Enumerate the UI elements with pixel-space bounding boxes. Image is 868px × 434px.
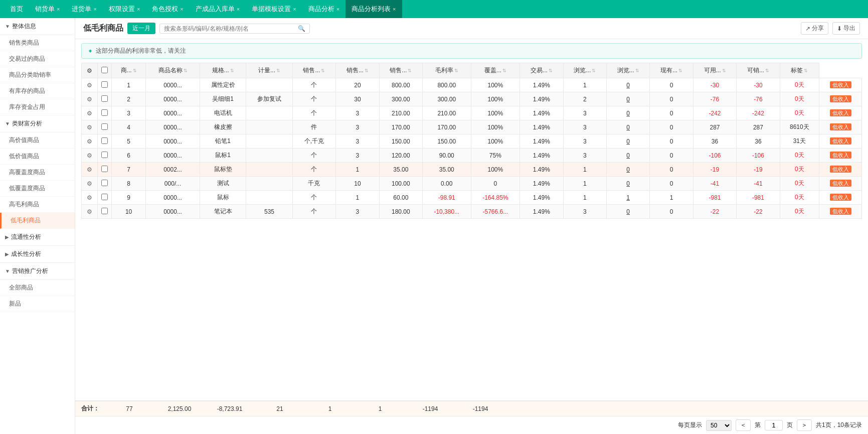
row-checkbox[interactable]	[101, 194, 108, 200]
nav-item-产成品入库单[interactable]: 产成品入库单×	[190, 0, 246, 18]
code-cell: 000/...	[146, 177, 200, 191]
sidebar-item-销售类商品[interactable]: 销售类商品	[0, 35, 75, 51]
checkbox-cell[interactable]	[98, 191, 112, 205]
nav-item-首页[interactable]: 首页	[4, 0, 29, 18]
settings-col-header[interactable]: ⚙	[82, 63, 98, 78]
row-checkbox[interactable]	[101, 95, 108, 102]
close-tab-icon[interactable]: ×	[180, 6, 183, 12]
browse1-cell[interactable]: 0	[606, 78, 649, 92]
sidebar-item-高毛利商品[interactable]: 高毛利商品	[0, 197, 75, 213]
checkbox-cell[interactable]	[98, 205, 112, 219]
row-checkbox[interactable]	[101, 123, 108, 130]
settings-cell[interactable]: ⚙	[82, 149, 98, 163]
sidebar-item-高价值商品[interactable]: 高价值商品	[0, 132, 75, 149]
row-checkbox[interactable]	[101, 152, 108, 158]
next-page-button[interactable]: ＞	[797, 419, 812, 431]
filter-button[interactable]: 近一月	[127, 23, 155, 34]
checkbox-cell[interactable]	[98, 163, 112, 177]
row-checkbox[interactable]	[101, 81, 108, 88]
nav-item-角色授权[interactable]: 角色授权×	[146, 0, 189, 18]
sidebar-item-全部商品[interactable]: 全部商品	[0, 280, 75, 296]
nav-item-销货单[interactable]: 销货单×	[29, 0, 66, 18]
browse1-cell[interactable]: 0	[606, 205, 649, 219]
sidebar-item-低价值商品[interactable]: 低价值商品	[0, 149, 75, 165]
browse2-cell: 0	[650, 177, 693, 191]
close-tab-icon[interactable]: ×	[137, 6, 140, 12]
row-checkbox[interactable]	[101, 109, 108, 116]
available-cell: -41	[737, 177, 780, 191]
close-tab-icon[interactable]: ×	[336, 6, 339, 12]
browse1-cell[interactable]: 0	[606, 163, 649, 177]
browse1-cell[interactable]: 0	[606, 120, 649, 134]
checkbox-cell[interactable]	[98, 78, 112, 92]
sidebar-section-类财富分析[interactable]: ▼类财富分析	[0, 115, 75, 132]
sidebar-section-流通性分析[interactable]: ▶流通性分析	[0, 229, 75, 246]
settings-cell[interactable]: ⚙	[82, 78, 98, 92]
checkbox-cell[interactable]	[98, 134, 112, 149]
sidebar-item-商品分类助销率[interactable]: 商品分类助销率	[0, 67, 75, 83]
row-checkbox[interactable]	[101, 208, 108, 214]
checkbox-cell[interactable]	[98, 177, 112, 191]
settings-cell[interactable]: ⚙	[82, 134, 98, 149]
browse1-cell[interactable]: 0	[606, 177, 649, 191]
row-checkbox[interactable]	[101, 137, 108, 144]
name-col-header: 商品名称⇅	[146, 63, 200, 78]
footer-label: 合计：	[81, 404, 99, 413]
checkbox-cell[interactable]	[98, 106, 112, 120]
unit-cell: 个	[292, 78, 335, 92]
name-cell: 吴细细1	[200, 92, 246, 106]
settings-cell[interactable]: ⚙	[82, 163, 98, 177]
browse1-cell[interactable]: 0	[606, 106, 649, 120]
nav-item-商品分析列表[interactable]: 商品分析列表×	[345, 0, 402, 18]
nav-item-单据模板设置[interactable]: 单据模板设置×	[246, 0, 302, 18]
browse1-cell[interactable]: 0	[606, 149, 649, 163]
nav-item-权限设置[interactable]: 权限设置×	[103, 0, 146, 18]
nav-item-进货单[interactable]: 进货单×	[66, 0, 102, 18]
select-all-checkbox[interactable]	[101, 67, 108, 73]
close-tab-icon[interactable]: ×	[237, 6, 240, 12]
checkbox-cell[interactable]	[98, 92, 112, 106]
checkbox-cell[interactable]	[98, 120, 112, 134]
sidebar-item-有库存的商品[interactable]: 有库存的商品	[0, 83, 75, 99]
settings-cell[interactable]: ⚙	[82, 205, 98, 219]
close-tab-icon[interactable]: ×	[393, 6, 396, 12]
sidebar-item-低毛利商品[interactable]: 低毛利商品	[0, 213, 75, 229]
prev-page-button[interactable]: ＜	[736, 419, 751, 431]
page-number-input[interactable]	[765, 420, 783, 430]
close-tab-icon[interactable]: ×	[93, 6, 96, 12]
sidebar-item-库存资金占用[interactable]: 库存资金占用	[0, 99, 75, 115]
close-tab-icon[interactable]: ×	[293, 6, 296, 12]
share-button[interactable]: ↗ 分享	[801, 22, 828, 35]
sidebar-section-营销推广分析[interactable]: ▼营销推广分析	[0, 263, 75, 280]
sidebar-item-高覆盖度商品[interactable]: 高覆盖度商品	[0, 165, 75, 181]
browse1-cell[interactable]: 0	[606, 134, 649, 149]
sidebar-section-成长性分析[interactable]: ▶成长性分析	[0, 246, 75, 263]
sidebar-item-交易过的商品[interactable]: 交易过的商品	[0, 51, 75, 67]
sidebar-item-新品[interactable]: 新品	[0, 296, 75, 312]
coverage-cell: 1.49%	[520, 78, 563, 92]
table-row: ⚙ 10 0000... 笔记本 535 个 3 180.00 -10,380.…	[82, 205, 862, 219]
sidebar-section-整体信息[interactable]: ▼整体信息	[0, 18, 75, 35]
settings-cell[interactable]: ⚙	[82, 191, 98, 205]
export-button[interactable]: ⬇ 导出	[832, 22, 860, 35]
checkbox-cell[interactable]	[98, 149, 112, 163]
search-input[interactable]	[164, 25, 298, 32]
nav-item-商品分析[interactable]: 商品分析×	[302, 0, 345, 18]
spec-cell	[246, 120, 292, 134]
checkbox-col-header[interactable]	[98, 63, 112, 78]
browse1-cell[interactable]: 1	[606, 191, 649, 205]
browse1-cell[interactable]: 0	[606, 92, 649, 106]
coverage-cell: 1.49%	[520, 92, 563, 106]
settings-cell[interactable]: ⚙	[82, 120, 98, 134]
code-cell: 0000...	[146, 149, 200, 163]
settings-cell[interactable]: ⚙	[82, 106, 98, 120]
settings-cell[interactable]: ⚙	[82, 177, 98, 191]
row-checkbox[interactable]	[101, 166, 108, 172]
sellable-cell: 0天	[780, 205, 819, 219]
page-size-select[interactable]: 50 20 100	[706, 420, 732, 431]
sidebar-item-低覆盖度商品[interactable]: 低覆盖度商品	[0, 181, 75, 197]
settings-cell[interactable]: ⚙	[82, 92, 98, 106]
sales-qty-cell: 10	[336, 177, 379, 191]
row-checkbox[interactable]	[101, 180, 108, 186]
close-tab-icon[interactable]: ×	[57, 6, 60, 12]
